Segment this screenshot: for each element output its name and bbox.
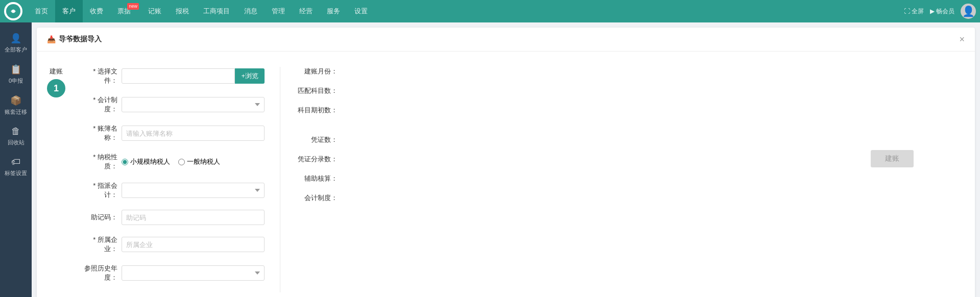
step-label: 建账	[50, 67, 63, 76]
vip-icon: ▶	[930, 8, 935, 15]
fullscreen-btn[interactable]: ⛶ 全屏	[904, 7, 924, 16]
memo-input[interactable]	[122, 210, 265, 225]
nav-item-account[interactable]: 记账	[141, 0, 169, 22]
form-right: 建账月份： 匹配科目数： 科目期初数： 凭证数：	[296, 67, 480, 292]
top-navigation: 首页 客户 收费 票据 new 记账 报税 工商项目 消息 管理 经营 服务 设…	[0, 0, 980, 22]
nav-menu: 首页 客户 收费 票据 new 记账 报税 工商项目 消息 管理 经营 服务 设…	[28, 0, 904, 22]
company-row: * 所属企业：	[81, 235, 265, 254]
nav-item-client[interactable]: 客户	[55, 0, 83, 22]
nav-item-biz[interactable]: 工商项目	[196, 0, 237, 22]
accounting-sys-row: 会计制度：	[296, 193, 480, 203]
month-label: 建账月份：	[296, 67, 342, 76]
period-label: 科目期初数：	[296, 106, 342, 115]
dialog-body: 建账 1 * 选择文件： +浏览 * 会计制度：	[37, 52, 975, 297]
dialog-panel: 📥 导爷数据导入 × 建账 1 * 选择文件：	[37, 28, 975, 297]
sidebar: 👤 全部客户 📋 0申报 📦 账套迁移 🗑 回收站 🏷 标签设置	[0, 22, 32, 297]
nav-item-mgmt[interactable]: 管理	[265, 0, 292, 22]
svg-point-1	[12, 10, 15, 13]
nav-item-fee[interactable]: 收费	[83, 0, 110, 22]
memo-label: 助记码：	[81, 213, 122, 222]
fullscreen-icon: ⛶	[904, 8, 910, 15]
nav-right: ⛶ 全屏 ▶ 畅会员 👤	[904, 4, 976, 19]
form-left: * 选择文件： +浏览 * 会计制度：	[81, 67, 265, 292]
voucher-entries-row: 凭证分录数：	[296, 155, 480, 164]
voucher-label: 凭证数：	[296, 135, 342, 144]
all-clients-icon: 👤	[10, 33, 21, 44]
history-select[interactable]	[122, 265, 265, 281]
accounting-label: * 会计制度：	[81, 95, 122, 114]
sidebar-item-trash[interactable]: 🗑 回收站	[0, 121, 32, 152]
nav-item-msg[interactable]: 消息	[237, 0, 265, 22]
tax-nature-label: * 纳税性质：	[81, 153, 122, 171]
aux-row: 辅助核算：	[296, 174, 480, 183]
step-section: 建账 1	[47, 67, 65, 292]
radio-general[interactable]: 一般纳税人	[178, 157, 220, 166]
tax-radio-group: 小规模纳税人 一般纳税人	[122, 157, 265, 166]
declare-icon: 📋	[10, 64, 21, 75]
sidebar-item-migrate[interactable]: 📦 账套迁移	[0, 90, 32, 121]
sidebar-item-tag[interactable]: 🏷 标签设置	[0, 152, 32, 182]
app-logo[interactable]	[4, 2, 22, 20]
accounting-select[interactable]	[122, 97, 265, 112]
dialog-title: 📥 导爷数据导入	[47, 35, 102, 44]
radio-general-input[interactable]	[178, 159, 185, 165]
radio-small-scale[interactable]: 小规模纳税人	[122, 157, 170, 166]
close-button[interactable]: ×	[959, 35, 965, 44]
nav-item-ops[interactable]: 经营	[292, 0, 320, 22]
history-label: 参照历史年度：	[81, 264, 122, 282]
trash-icon: 🗑	[11, 126, 20, 137]
file-input[interactable]	[122, 68, 235, 84]
ledger-input[interactable]	[122, 126, 265, 141]
assign-label: * 指派会计：	[81, 181, 122, 200]
company-label: * 所属企业：	[81, 235, 122, 254]
form-divider	[280, 67, 280, 292]
vip-btn[interactable]: ▶ 畅会员	[930, 7, 954, 16]
logo-inner	[6, 4, 20, 18]
match-row: 匹配科目数：	[296, 86, 480, 95]
browse-button[interactable]: +浏览	[235, 68, 265, 84]
nav-item-service[interactable]: 服务	[320, 0, 347, 22]
ledger-row: * 账簿名称：	[81, 124, 265, 142]
match-label: 匹配科目数：	[296, 86, 342, 95]
tax-nature-row: * 纳税性质： 小规模纳税人 一般纳税人	[81, 153, 265, 171]
avatar-icon: 👤	[962, 5, 975, 17]
import-icon: 📥	[47, 35, 56, 43]
nav-item-settings[interactable]: 设置	[347, 0, 375, 22]
accounting-sys-label: 会计制度：	[296, 193, 342, 203]
voucher-entries-label: 凭证分录数：	[296, 155, 342, 164]
avatar[interactable]: 👤	[961, 4, 976, 19]
file-input-group: +浏览	[122, 68, 265, 84]
nav-item-invoice[interactable]: 票据 new	[110, 0, 141, 22]
assign-row: * 指派会计：	[81, 181, 265, 200]
aux-label: 辅助核算：	[296, 174, 342, 183]
main-layout: 👤 全部客户 📋 0申报 📦 账套迁移 🗑 回收站 🏷 标签设置 📥 导	[0, 22, 980, 297]
file-row: * 选择文件： +浏览	[81, 67, 265, 85]
new-badge: new	[127, 3, 139, 10]
migrate-icon: 📦	[10, 95, 21, 106]
content-area: 📥 导爷数据导入 × 建账 1 * 选择文件：	[32, 22, 980, 297]
step-circle: 1	[47, 79, 65, 97]
nav-item-home[interactable]: 首页	[28, 0, 55, 22]
ledger-label: * 账簿名称：	[81, 124, 122, 142]
assign-select[interactable]	[122, 183, 265, 198]
month-row: 建账月份：	[296, 67, 480, 76]
memo-row: 助记码：	[81, 210, 265, 225]
sidebar-item-all-clients[interactable]: 👤 全部客户	[0, 28, 32, 59]
file-label: * 选择文件：	[81, 67, 122, 85]
sidebar-item-declare[interactable]: 📋 0申报	[0, 59, 32, 90]
company-input[interactable]	[122, 237, 265, 252]
history-row: 参照历史年度：	[81, 264, 265, 282]
dialog-header: 📥 导爷数据导入 ×	[37, 28, 975, 52]
build-button[interactable]: 建账	[871, 150, 914, 167]
accounting-row: * 会计制度：	[81, 95, 265, 114]
radio-small-input[interactable]	[122, 159, 128, 165]
period-row: 科目期初数：	[296, 106, 480, 115]
voucher-row: 凭证数：	[296, 135, 480, 144]
nav-item-tax[interactable]: 报税	[169, 0, 196, 22]
tag-icon: 🏷	[11, 157, 20, 167]
